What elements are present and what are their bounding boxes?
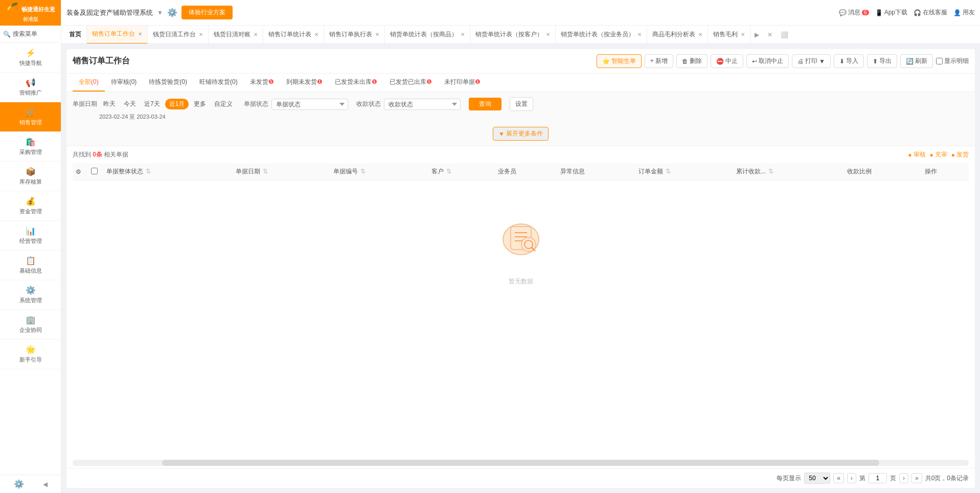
horizontal-scrollbar[interactable] [73,460,969,466]
tab-close-cash-daily[interactable]: ✕ [199,32,203,37]
trial-btn[interactable]: 体验行业方案 [181,6,233,19]
sort-received-icon[interactable]: ⇅ [768,168,773,175]
export-btn[interactable]: ⬆ 导出 [867,54,897,68]
gear-icon[interactable]: ⚙️ [167,8,177,17]
last-page-btn[interactable]: » [911,473,922,483]
sort-status-icon[interactable]: ⇅ [146,168,151,175]
sidebar-item-operations[interactable]: 📊 经营管理 [0,221,61,251]
show-detail-input[interactable] [936,58,943,64]
scroll-thumb[interactable] [162,460,879,466]
settings-icon[interactable]: ⚙️ [14,479,24,489]
th-settings[interactable]: ⚙ [73,163,88,181]
date-btn-custom[interactable]: 自定义 [211,99,236,109]
online-service-btn[interactable]: 🎧 在线客服 [914,8,947,17]
sort-number-icon[interactable]: ⇅ [360,168,366,175]
user-btn[interactable]: 👤 用友 [953,8,975,17]
per-page-select[interactable]: 50 10 20 100 [804,473,830,484]
tab-sales-by-customer[interactable]: 销货单统计表（按客户） ✕ [470,26,556,44]
tab-close-margin-analysis[interactable]: ✕ [698,32,702,37]
date-btn-more[interactable]: 更多 [191,99,209,109]
th-checkbox[interactable] [88,163,103,181]
tab-close-all[interactable]: ✕ [763,31,777,38]
tab-cash-daily[interactable]: 钱货日清工作台 ✕ [148,26,209,44]
refresh-btn[interactable]: 🔄 刷新 [900,54,933,68]
tab-label-sales-by-customer: 销货单统计表（按客户） [475,30,543,39]
first-page-btn[interactable]: « [833,473,844,483]
tab-home[interactable]: 首页 [64,26,87,44]
date-btn-7days[interactable]: 近7天 [141,99,163,109]
tab-close-sales-stats[interactable]: ✕ [314,32,318,37]
date-btn-1month[interactable]: 近1月 [165,99,189,109]
tab-maximize[interactable]: ⬜ [777,31,792,38]
sidebar-item-basic[interactable]: 📋 基础信息 [0,251,61,280]
sidebar-search[interactable]: 🔍 搜索菜单 [0,26,61,43]
expand-conditions-btn[interactable]: ▼ 展开更多条件 [493,127,549,141]
tab-close-sales-exec[interactable]: ✕ [375,32,379,37]
stop-btn[interactable]: ⛔ 中止 [711,54,743,68]
subtab-wangpu[interactable]: 旺铺待发货(0) [193,74,244,92]
tab-sales-by-staff[interactable]: 销货单统计表（按业务员） ✕ [556,26,647,44]
tab-sales-gross[interactable]: 销售毛利 ✕ [708,26,750,44]
subtab-not-printed[interactable]: 未打印单据❶ [438,74,487,92]
dropdown-icon[interactable]: ▼ [157,9,163,16]
subtab-not-shipped[interactable]: 未发货❶ [244,74,280,92]
settings-btn[interactable]: 设置 [510,97,533,111]
query-btn[interactable]: 查询 [469,98,502,110]
collapse-icon[interactable]: ◀ [43,481,48,488]
subtab-shipped-not-out[interactable]: 已发货未出库❶ [329,74,383,92]
smart-btn[interactable]: ⭐ 智能生单 [597,54,642,68]
next-page-btn[interactable]: › [899,473,908,483]
tab-close-sales-gross[interactable]: ✕ [741,32,745,37]
tab-cash-reconcile[interactable]: 钱货日清对账 ✕ [209,26,263,44]
sidebar-item-system[interactable]: ⚙️ 系统管理 [0,280,61,310]
sidebar-item-sales[interactable]: 🛒 销售管理 [0,102,61,132]
sidebar-item-purchase[interactable]: 🛍️ 采购管理 [0,132,61,162]
tab-sales-stats[interactable]: 销售订单统计表 ✕ [263,26,324,44]
subtab-all[interactable]: 全部(0) [73,74,105,92]
revoke-btn[interactable]: ● 充审 [930,150,947,159]
tab-more-btn[interactable]: ▶ [750,31,763,38]
sidebar-item-enterprise[interactable]: 🏢 企业协同 [0,310,61,340]
delete-btn[interactable]: 🗑 删除 [676,54,708,68]
tab-sales-exec[interactable]: 销售订单执行表 ✕ [324,26,385,44]
tab-label-cash-daily: 钱货日清工作台 [153,30,196,39]
sidebar-item-newbie[interactable]: 🌟 新手引导 [0,340,61,369]
sidebar-item-marketing[interactable]: 📢 营销推广 [0,73,61,102]
subtab-overdue[interactable]: 到期未发货❶ [280,74,329,92]
add-btn[interactable]: + 新增 [645,54,673,68]
tab-close-sales-workorder[interactable]: ✕ [138,31,142,37]
import-btn[interactable]: ⬇ 导入 [834,54,864,68]
subtab-shipped-out[interactable]: 已发货已出库❶ [383,74,438,92]
payment-select[interactable]: 收款状态 [384,99,461,110]
sidebar-item-inventory[interactable]: 📦 库存核算 [0,162,61,191]
subtab-pending-check[interactable]: 待拣货验货(0) [143,74,193,92]
ship-btn[interactable]: ● 发货 [951,150,969,159]
date-btn-today[interactable]: 今天 [121,99,139,109]
message-btn[interactable]: 💬 消息 6 [839,8,869,17]
select-all-checkbox[interactable] [91,168,98,174]
show-detail-checkbox[interactable]: 显示明细 [936,57,969,65]
sort-date-icon[interactable]: ⇅ [263,168,268,175]
cancel-stop-btn[interactable]: ↩ 取消中止 [746,54,789,68]
prev-page-btn[interactable]: ‹ [847,473,856,483]
date-filter: 单据日期 昨天 今天 近7天 近1月 更多 自定义 [73,99,236,109]
tab-close-sales-by-product[interactable]: ✕ [461,32,465,37]
print-btn[interactable]: 🖨 打印 ▼ [792,54,831,68]
tab-sales-workorder[interactable]: 销售订单工作台 ✕ [87,26,148,44]
panel-actions: ⭐ 智能生单 + 新增 🗑 删除 ⛔ 中止 ↩ 取消中止 [597,54,969,68]
tab-close-cash-reconcile[interactable]: ✕ [254,32,258,37]
subtab-pending-review[interactable]: 待审核(0) [105,74,143,92]
page-input[interactable] [869,473,887,483]
sidebar-item-finance[interactable]: 💰 资金管理 [0,191,61,221]
sort-customer-icon[interactable]: ⇅ [446,168,451,175]
tab-close-sales-by-customer[interactable]: ✕ [546,32,550,37]
app-download-btn[interactable]: 📱 App下载 [875,8,907,17]
audit-btn[interactable]: ● 审核 [908,150,925,159]
date-btn-yesterday[interactable]: 昨天 [100,99,119,109]
tab-close-sales-by-staff[interactable]: ✕ [637,32,642,37]
tab-sales-by-product[interactable]: 销货单统计表（按商品） ✕ [385,26,470,44]
status-select[interactable]: 单据状态 [271,99,348,110]
sidebar-item-quicknav[interactable]: ⚡ 快捷导航 [0,43,61,73]
tab-margin-analysis[interactable]: 商品毛利分析表 ✕ [647,26,708,44]
sort-amount-icon[interactable]: ⇅ [666,168,671,175]
